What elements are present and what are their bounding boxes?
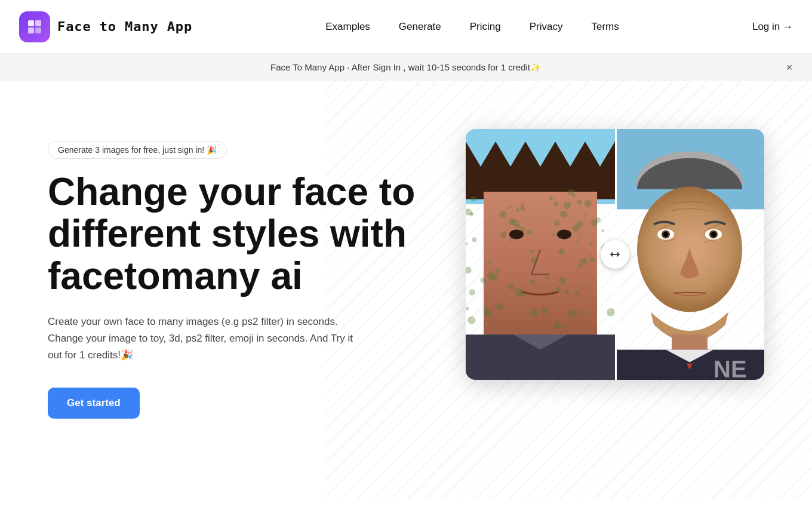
logo-text: Face to Many App bbox=[57, 19, 192, 34]
get-started-button[interactable]: Get started bbox=[48, 388, 140, 419]
hero-title: Change your face to different styles wit… bbox=[48, 171, 430, 297]
before-canvas bbox=[466, 129, 615, 380]
image-comparison-widget[interactable] bbox=[466, 129, 764, 380]
nav-generate[interactable]: Generate bbox=[399, 21, 441, 33]
nav-terms[interactable]: Terms bbox=[591, 21, 619, 33]
login-button[interactable]: Log in → bbox=[752, 21, 793, 33]
svg-rect-0 bbox=[28, 20, 34, 26]
navbar: Face to Many App Examples Generate Prici… bbox=[0, 0, 812, 54]
compare-arrows-icon bbox=[608, 248, 622, 261]
hero-content: Generate 3 images for free, just sign in… bbox=[48, 129, 442, 419]
before-image bbox=[466, 129, 615, 380]
logo-link[interactable]: Face to Many App bbox=[19, 11, 192, 42]
svg-rect-1 bbox=[35, 20, 41, 26]
after-image bbox=[615, 129, 764, 380]
nav-links: Examples Generate Pricing Privacy Terms bbox=[325, 21, 619, 33]
nav-pricing[interactable]: Pricing bbox=[470, 21, 501, 33]
hero-badge: Generate 3 images for free, just sign in… bbox=[48, 141, 227, 159]
compare-handle[interactable] bbox=[601, 240, 629, 269]
announcement-banner: Face To Many App · After Sign In , wait … bbox=[0, 54, 812, 81]
banner-text: Face To Many App · After Sign In , wait … bbox=[270, 62, 542, 73]
svg-rect-3 bbox=[35, 27, 41, 33]
nav-examples[interactable]: Examples bbox=[325, 21, 370, 33]
hero-description: Create your own face to many images (e.g… bbox=[48, 314, 358, 364]
after-canvas bbox=[615, 129, 764, 380]
svg-rect-2 bbox=[28, 27, 34, 33]
hero-image-area bbox=[442, 129, 764, 380]
banner-close-button[interactable]: × bbox=[781, 59, 798, 76]
nav-privacy[interactable]: Privacy bbox=[530, 21, 563, 33]
logo-icon bbox=[19, 11, 50, 42]
hero-section: Generate 3 images for free, just sign in… bbox=[0, 81, 812, 499]
